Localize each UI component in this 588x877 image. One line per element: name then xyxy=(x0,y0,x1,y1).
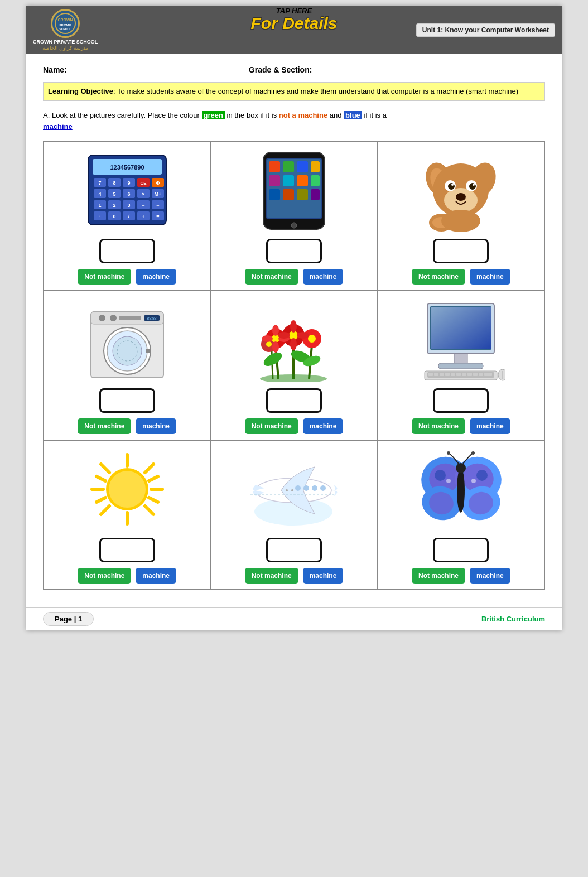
page-header: CROWN PRIVATE SCHOOL CROWN PRIVATE SCHOO… xyxy=(26,6,562,54)
answer-box-dog xyxy=(433,239,489,263)
svg-rect-82 xyxy=(119,316,141,320)
image-computer xyxy=(411,299,511,383)
image-washer: 88:88 xyxy=(77,299,177,383)
machine-btn-dog[interactable]: machine xyxy=(470,269,510,285)
svg-rect-127 xyxy=(462,373,466,376)
for-details-label: For Details xyxy=(250,15,337,32)
school-arabic: مدرسة كراون الخاصة xyxy=(42,45,89,51)
svg-rect-123 xyxy=(440,373,444,376)
svg-line-140 xyxy=(145,464,153,473)
svg-point-80 xyxy=(99,315,105,321)
instruction-text: A. Look at the pictures carefully. Place… xyxy=(43,110,545,133)
learning-objective: Learning Objective: To make students awa… xyxy=(43,82,545,101)
svg-rect-55 xyxy=(283,175,294,186)
svg-point-104 xyxy=(266,341,272,347)
answer-box-butterfly xyxy=(433,538,489,562)
machine-btn-computer[interactable]: machine xyxy=(470,418,510,434)
svg-point-105 xyxy=(272,325,279,336)
svg-text:6: 6 xyxy=(127,191,130,197)
svg-point-155 xyxy=(291,489,293,491)
machine-btn-sun[interactable]: machine xyxy=(136,568,176,584)
svg-rect-122 xyxy=(434,373,438,376)
name-row: Name: Grade & Section: xyxy=(43,65,545,74)
svg-point-152 xyxy=(312,485,317,491)
svg-point-112 xyxy=(297,332,309,339)
svg-text:PRIVATE: PRIVATE xyxy=(60,23,72,27)
svg-rect-130 xyxy=(479,373,483,376)
svg-text:88:88: 88:88 xyxy=(147,316,157,320)
svg-point-170 xyxy=(447,451,450,455)
not-machine-btn-calculator[interactable]: Not machine xyxy=(78,269,131,285)
svg-point-81 xyxy=(110,315,117,321)
svg-point-107 xyxy=(262,335,273,342)
svg-rect-59 xyxy=(283,189,294,200)
machine-btn-phone[interactable]: machine xyxy=(303,269,344,285)
answer-box-washer xyxy=(99,388,155,413)
not-machine-btn-airplane[interactable]: Not machine xyxy=(245,568,298,584)
image-calculator: 1234567890 7 8 9 CE xyxy=(77,150,177,233)
not-machine-btn-dog[interactable]: Not machine xyxy=(412,269,465,285)
svg-point-162 xyxy=(435,470,446,481)
machine-btn-calculator[interactable]: machine xyxy=(136,269,176,285)
svg-point-171 xyxy=(471,451,475,455)
learning-obj-text: : To make students aware of the concept … xyxy=(113,87,518,95)
svg-text:2: 2 xyxy=(113,203,115,208)
svg-point-163 xyxy=(476,470,488,481)
image-flowers xyxy=(244,299,344,383)
answer-box-flowers xyxy=(266,388,322,413)
tap-here-banner[interactable]: TAP HERE For Details xyxy=(250,7,337,32)
green-word: green xyxy=(202,111,225,119)
not-machine-btn-flowers[interactable]: Not machine xyxy=(245,418,298,434)
not-machine-btn-butterfly[interactable]: Not machine xyxy=(412,568,465,584)
svg-point-109 xyxy=(290,320,297,333)
svg-text:−: − xyxy=(156,203,159,208)
machine-btn-butterfly[interactable]: machine xyxy=(470,568,510,584)
svg-rect-116 xyxy=(431,307,491,349)
answer-box-calculator xyxy=(99,239,155,263)
machine-btn-flowers[interactable]: machine xyxy=(303,418,344,434)
svg-line-138 xyxy=(101,464,109,473)
grid-cell-phone: Not machine machine xyxy=(210,141,377,291)
answer-box-computer xyxy=(433,388,489,413)
grid-cell-flowers: Not machine machine xyxy=(210,291,377,440)
instruction-text-before: Look at the pictures carefully. Place th… xyxy=(52,111,202,119)
svg-line-142 xyxy=(97,476,105,481)
image-butterfly xyxy=(411,449,511,532)
svg-text:4: 4 xyxy=(98,191,101,197)
svg-text:5: 5 xyxy=(113,191,115,197)
svg-text:⊗: ⊗ xyxy=(156,180,160,186)
machine-btn-washer[interactable]: machine xyxy=(136,418,176,434)
svg-rect-50 xyxy=(269,161,280,172)
machine-link[interactable]: machine xyxy=(43,122,73,131)
grid-cell-computer: Not machine machine xyxy=(378,291,544,440)
svg-line-141 xyxy=(101,506,109,514)
svg-text:·: · xyxy=(99,214,100,219)
svg-rect-51 xyxy=(283,161,294,172)
svg-point-71 xyxy=(469,183,476,190)
instruction-text-after: if it is a xyxy=(364,111,386,119)
not-machine-btn-phone[interactable]: Not machine xyxy=(245,269,298,285)
instruction-text-middle2: and xyxy=(330,111,344,119)
svg-point-153 xyxy=(320,485,326,491)
svg-rect-125 xyxy=(451,373,455,376)
svg-rect-131 xyxy=(484,373,492,376)
svg-text:3: 3 xyxy=(127,203,130,208)
svg-point-103 xyxy=(308,335,316,343)
not-machine-btn-computer[interactable]: Not machine xyxy=(412,418,465,434)
svg-text:CE: CE xyxy=(140,181,147,186)
svg-rect-61 xyxy=(311,189,320,200)
not-machine-btn-sun[interactable]: Not machine xyxy=(78,568,131,584)
svg-point-154 xyxy=(286,489,288,491)
svg-text:M+: M+ xyxy=(154,191,161,197)
svg-point-132 xyxy=(498,369,505,380)
svg-point-110 xyxy=(290,338,297,350)
instruction-letter: A. xyxy=(43,111,50,119)
grid-cell-washer: 88:88 xyxy=(44,291,210,440)
svg-point-70 xyxy=(448,183,455,190)
svg-text:−: − xyxy=(142,203,144,208)
svg-point-74 xyxy=(456,193,466,201)
not-machine-btn-washer[interactable]: Not machine xyxy=(78,418,131,434)
machine-btn-airplane[interactable]: machine xyxy=(303,568,344,584)
image-airplane xyxy=(244,449,344,532)
svg-line-143 xyxy=(149,498,158,502)
